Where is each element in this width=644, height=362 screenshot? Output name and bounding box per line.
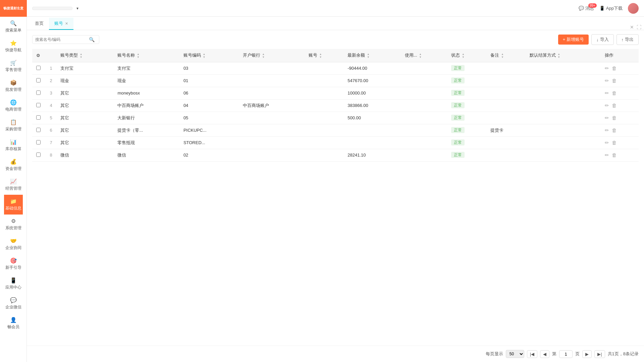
total-label: 共1页，8条记录 [608,351,639,357]
page-input[interactable] [559,350,573,358]
close-tab-icon[interactable]: ✕ [630,24,634,30]
sidebar-item-retail[interactable]: 🛒 零售管理 [4,56,23,76]
row-select-checkbox[interactable] [36,128,41,132]
delete-icon[interactable]: 🗑 [612,152,617,158]
row-select-checkbox[interactable] [36,140,41,144]
delete-icon[interactable]: 🗑 [612,140,617,145]
sidebar-item-system[interactable]: ⚙ 系统管理 [4,215,23,234]
app-download-button[interactable]: 📱 App下载 [599,5,623,11]
row-checkbox[interactable] [32,74,44,87]
first-page-button[interactable]: |◀ [527,350,537,358]
col-code[interactable]: 账号编码 ▲▼ [181,49,240,62]
row-checkbox[interactable] [32,99,44,112]
page-size-select[interactable]: 50 100 200 [506,350,524,358]
row-checkbox[interactable] [32,112,44,124]
sidebar-item-member[interactable]: 👤 畅会员 [4,313,23,333]
row-select-checkbox[interactable] [36,78,41,82]
main-content: ▾ 💬 消息 99+ 📱 App下载 首页账号✕ ✕ ⛶ [27,0,644,362]
row-actions: ✏ 🗑 [602,74,639,87]
row-account [306,136,345,149]
sidebar-item-quick-nav[interactable]: ⭐ 快捷导航 [4,37,23,56]
search-icon: 🔍 [10,20,17,26]
delete-icon[interactable]: 🗑 [612,90,617,96]
col-action: 操作 [602,49,639,62]
last-page-button[interactable]: ▶| [594,350,605,358]
sidebar-item-enterprise-agreement[interactable]: 🤝 企业协同 [4,234,23,254]
sidebar-item-label: 零售管理 [5,67,21,73]
col-name[interactable]: 账号名称 ▲▼ [115,49,180,62]
accounts-table: ⚙ 账号类型 ▲▼ 账号名称 ▲▼ 账号编码 ▲▼ 开户银行 ▲▼ 账号 ▲▼ … [32,49,639,162]
row-checkbox[interactable] [32,149,44,161]
sidebar-item-app-center[interactable]: 📱 应用中心 [4,274,23,294]
sidebar-item-wholesale[interactable]: 📦 批发管理 [4,76,23,96]
row-select-checkbox[interactable] [36,153,41,157]
row-checkbox[interactable] [32,136,44,149]
row-checkbox[interactable] [32,124,44,136]
sidebar-item-search[interactable]: 🔍 搜索菜单 [4,17,23,37]
edit-icon[interactable]: ✏ [605,115,609,121]
row-balance: 383866.00 [345,99,402,112]
edit-icon[interactable]: ✏ [605,90,609,96]
row-actions: ✏ 🗑 [602,99,639,112]
add-button-label: + 新增账号 [563,37,584,43]
content-area: 🔍 + 新增账号 ↓ 导入 ↑ 导出 [27,30,644,362]
row-type: 其它 [58,112,115,124]
row-code: 03 [181,62,240,74]
tab-home[interactable]: 首页 [30,18,49,30]
sidebar-item-inventory[interactable]: 📊 库存核算 [4,135,23,155]
row-select-checkbox[interactable] [36,115,41,120]
row-type: 现金 [58,74,115,87]
edit-icon[interactable]: ✏ [605,65,609,71]
col-account[interactable]: 账号 ▲▼ [306,49,345,62]
row-select-checkbox[interactable] [36,66,41,70]
row-checkbox[interactable] [32,87,44,99]
tab-close-accounts[interactable]: ✕ [65,21,68,26]
sidebar-item-ecommerce[interactable]: 🌐 电商管理 [4,96,23,116]
sidebar-item-operations[interactable]: 📈 经营管理 [4,175,23,195]
search-icon[interactable]: 🔍 [89,37,95,42]
tab-accounts[interactable]: 账号✕ [49,18,73,30]
sidebar-item-guide[interactable]: 🎯 新手引导 [4,254,23,274]
row-usage [402,74,449,87]
col-settings[interactable]: ⚙ [32,49,44,62]
edit-icon[interactable]: ✏ [605,103,609,109]
delete-icon[interactable]: 🗑 [612,65,617,71]
delete-icon[interactable]: 🗑 [612,78,617,83]
row-status: 正常 [448,74,488,87]
edit-icon[interactable]: ✏ [605,140,609,146]
delete-icon[interactable]: 🗑 [612,115,617,121]
sidebar-item-purchase[interactable]: 📋 采购管理 [4,116,23,135]
sidebar-item-finance[interactable]: 💰 资金管理 [4,155,23,175]
edit-icon[interactable]: ✏ [605,78,609,84]
col-remark[interactable]: 备注 ▲▼ [488,49,527,62]
row-actions: ✏ 🗑 [602,136,639,149]
sidebar-item-label: 搜索菜单 [5,27,21,33]
import-button[interactable]: ↓ 导入 [591,34,614,45]
notification-button[interactable]: 💬 消息 99+ [579,5,594,11]
col-usage[interactable]: 使用... ▲▼ [402,49,449,62]
delete-icon[interactable]: 🗑 [612,103,617,108]
sidebar-item-basic-info[interactable]: 📁 基础信息 [4,195,23,215]
prev-page-button[interactable]: ◀ [540,350,549,358]
edit-icon[interactable]: ✏ [605,127,609,133]
sidebar-item-enterprise-wechat[interactable]: 💬 企业微信 [4,294,23,313]
expand-icon[interactable]: ⛶ [637,24,641,30]
col-type[interactable]: 账号类型 ▲▼ [58,49,115,62]
col-settlement[interactable]: 默认结算方式 ▲▼ [527,49,602,62]
row-select-checkbox[interactable] [36,90,41,95]
col-bank[interactable]: 开户银行 ▲▼ [240,49,306,62]
search-input[interactable] [35,37,89,42]
next-page-button[interactable]: ▶ [582,350,592,358]
user-avatar[interactable] [628,3,639,14]
logo-text: 畅捷通财生意 [3,6,23,11]
row-select-checkbox[interactable] [36,103,41,107]
add-account-button[interactable]: + 新增账号 [558,35,589,45]
topbar-dropdown[interactable]: ▾ [76,6,78,11]
delete-icon[interactable]: 🗑 [612,127,617,133]
row-bank [240,74,306,87]
col-status[interactable]: 状态 ▲▼ [448,49,488,62]
export-button[interactable]: ↑ 导出 [616,34,639,45]
row-checkbox[interactable] [32,62,44,74]
col-balance[interactable]: 最新余额 ▲▼ [345,49,402,62]
edit-icon[interactable]: ✏ [605,152,609,158]
